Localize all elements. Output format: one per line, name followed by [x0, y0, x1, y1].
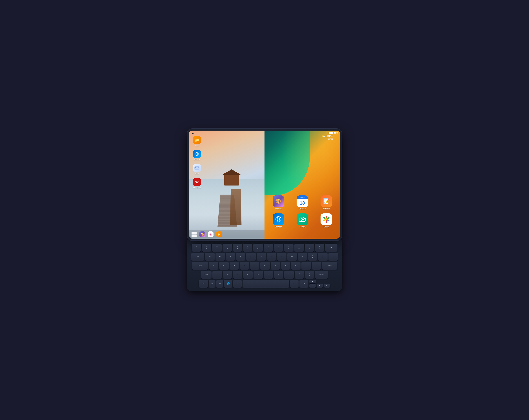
app-themes[interactable]: Themes: [267, 196, 289, 210]
app-email[interactable]: Email: [192, 164, 202, 174]
key-ctrl-right[interactable]: Ctrl: [299, 280, 308, 288]
app-browser-left[interactable]: Browser: [192, 150, 202, 160]
key-equals[interactable]: +=: [315, 244, 324, 252]
email-icon-inner: [193, 164, 201, 172]
app-calendar[interactable]: Tuesday 18 Calendar: [291, 196, 313, 210]
key-k[interactable]: K: [281, 262, 290, 270]
dock-gallery[interactable]: 🌸: [208, 231, 213, 237]
key-e[interactable]: E: [226, 253, 235, 261]
svg-point-10: [304, 218, 305, 219]
key-8[interactable]: *8: [274, 244, 283, 252]
camera-icon: [297, 213, 308, 225]
key-backspace[interactable]: ⌫: [325, 244, 337, 252]
key-o[interactable]: O: [287, 253, 297, 261]
key-i[interactable]: I: [277, 253, 287, 261]
key-period[interactable]: >.: [295, 271, 304, 279]
key-v[interactable]: V: [243, 271, 253, 279]
key-tab[interactable]: Tab: [191, 253, 204, 261]
key-a[interactable]: A: [209, 262, 218, 270]
key-globe[interactable]: 🌐: [224, 280, 232, 288]
dock-themes[interactable]: 🎨: [199, 231, 205, 237]
key-caps[interactable]: Caps: [192, 262, 208, 270]
calendar-day: Tuesday: [300, 196, 305, 198]
key-space[interactable]: [242, 280, 289, 288]
status-time: 08:08: [334, 132, 338, 134]
key-ctrl-left[interactable]: Ctrl: [199, 280, 208, 288]
app-browser-right[interactable]: Browser: [267, 213, 289, 228]
key-x[interactable]: X: [223, 271, 232, 279]
key-enter[interactable]: Enter: [322, 262, 337, 270]
key-u[interactable]: U: [267, 253, 276, 261]
tablet-screen: 📁 Files: [189, 131, 340, 239]
key-q[interactable]: Q: [205, 253, 215, 261]
files-icon: 📁: [193, 136, 201, 144]
key-y[interactable]: Y: [257, 253, 266, 261]
key-arrow-down[interactable]: ▼: [317, 284, 323, 288]
notepad-icon-inner: 📝: [320, 196, 332, 207]
key-2[interactable]: @2: [212, 244, 222, 252]
themes-icon: [273, 196, 284, 207]
app-wps[interactable]: W WPS Office: [192, 178, 202, 189]
key-row-1: ~` !1 @2 #3 $4 %5 ^6 &7 *8 (9 )0 _- += ⌫: [191, 244, 338, 252]
key-bracket-close[interactable]: }]: [318, 253, 328, 261]
key-4[interactable]: $4: [233, 244, 242, 252]
svg-point-9: [302, 219, 303, 220]
key-shift-left[interactable]: Shift: [201, 271, 212, 279]
key-7[interactable]: &7: [264, 244, 273, 252]
key-l[interactable]: L: [291, 262, 301, 270]
gallery-icon-inner: [320, 213, 332, 225]
key-semicolon[interactable]: :;: [302, 262, 311, 270]
files-label: Files: [195, 145, 198, 146]
app-files[interactable]: 📁 Files: [192, 136, 202, 146]
key-t[interactable]: T: [246, 253, 256, 261]
key-bracket-open[interactable]: {[: [308, 253, 317, 261]
key-0[interactable]: )0: [294, 244, 304, 252]
key-c[interactable]: C: [233, 271, 242, 279]
key-1[interactable]: !1: [202, 244, 211, 252]
app-gallery[interactable]: Gallery: [315, 213, 337, 228]
app-camera[interactable]: Camera: [291, 213, 313, 228]
key-fn-win[interactable]: ⊞: [216, 280, 223, 288]
weather-widget: ⛅ 18°C 16 / 21: [321, 134, 333, 140]
key-alt-left[interactable]: Alt: [233, 280, 242, 288]
key-alt-right[interactable]: Alt: [290, 280, 299, 288]
key-b[interactable]: B: [253, 271, 263, 279]
key-h[interactable]: H: [260, 262, 270, 270]
key-arrow-up[interactable]: ▲: [309, 280, 316, 283]
key-minus[interactable]: _-: [305, 244, 314, 252]
key-n[interactable]: N: [264, 271, 273, 279]
key-6[interactable]: ^6: [253, 244, 263, 252]
bottom-dock-left: 🎨 🌸 📁: [189, 230, 264, 239]
key-g[interactable]: G: [250, 262, 259, 270]
dock-files[interactable]: 📁: [216, 231, 222, 237]
key-w[interactable]: W: [215, 253, 225, 261]
key-backtick[interactable]: ~`: [192, 244, 201, 252]
themes-label: Themes: [275, 208, 282, 210]
key-arrow-left[interactable]: ◄: [309, 284, 316, 288]
key-arrow-right[interactable]: ►: [324, 284, 330, 288]
key-5[interactable]: %5: [243, 244, 252, 252]
svg-point-15: [326, 220, 327, 223]
key-fn-search[interactable]: Q|⊞: [209, 280, 215, 288]
key-3[interactable]: #3: [223, 244, 232, 252]
key-comma[interactable]: <,: [284, 271, 294, 279]
key-s[interactable]: S: [219, 262, 229, 270]
app-notepad[interactable]: 📝 Notepad: [315, 196, 337, 210]
key-r[interactable]: R: [236, 253, 245, 261]
key-f[interactable]: F: [240, 262, 249, 270]
key-slash[interactable]: ?/: [305, 271, 314, 279]
key-backslash[interactable]: |\: [329, 253, 338, 261]
dock-grid-icon[interactable]: [192, 232, 197, 237]
key-9[interactable]: (9: [284, 244, 293, 252]
key-row-2: Tab Q W E R T Y U I O P {[ }] |\: [191, 253, 338, 261]
weather-main-row: ⛅ 18°C: [321, 134, 333, 138]
key-p[interactable]: P: [298, 253, 307, 261]
weather-temperature: 18°C: [327, 134, 333, 138]
key-shift-right[interactable]: ((·)) Shift: [315, 271, 328, 279]
key-z[interactable]: Z: [212, 271, 222, 279]
gallery-icon: [320, 213, 332, 225]
key-d[interactable]: D: [230, 262, 239, 270]
key-j[interactable]: J: [271, 262, 280, 270]
key-m[interactable]: M: [274, 271, 283, 279]
key-quote[interactable]: "': [312, 262, 321, 270]
